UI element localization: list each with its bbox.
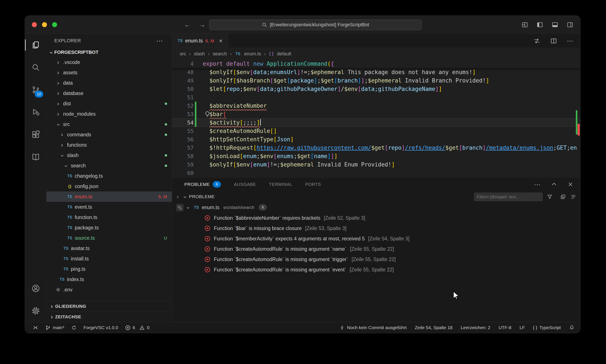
sync-icon[interactable] <box>71 325 77 330</box>
problems-file-group[interactable]: › TS enum.ts src/slash/search 6 <box>172 202 580 213</box>
problems-filter-input[interactable] <box>474 193 543 201</box>
code-line[interactable]: 56 $httpSetContentType[Json] <box>172 135 580 144</box>
project-section-header[interactable]: › FORGESCRIPTBOT <box>47 48 172 57</box>
view-as-table-icon[interactable] <box>570 194 576 200</box>
encoding-item[interactable]: UTF-8 <box>499 325 512 330</box>
code-line[interactable]: 54 $activity[;;;;] <box>172 118 580 127</box>
problem-item[interactable]: Function `$bar` is missing brace closure… <box>172 223 580 234</box>
remote-indicator-icon[interactable] <box>33 325 38 330</box>
breadcrumb-item[interactable]: default <box>277 51 291 57</box>
problem-item[interactable]: Function `$abbreviateNumber` requires br… <box>172 213 580 223</box>
tree-file-index.ts[interactable]: TSindex.ts <box>47 274 172 285</box>
code-line[interactable]: 48 $onlyIf[$env[data;enumsUrl]!=;$epheme… <box>172 68 580 77</box>
code-line[interactable]: 59 $onlyIf[$env[enum]!=;$ephemeral Inval… <box>172 160 580 169</box>
tree-folder-functions[interactable]: ›functions <box>47 140 172 150</box>
close-panel-icon[interactable] <box>567 181 574 188</box>
activity-item-extensions[interactable] <box>25 123 46 146</box>
tree-file-avatar.ts[interactable]: TSavatar.ts <box>47 243 172 254</box>
code-line[interactable]: 50 $let[repo;$env[data;githubPackageOwne… <box>172 85 580 93</box>
filter-icon[interactable] <box>547 194 553 200</box>
minimize-window-button[interactable] <box>42 22 47 27</box>
breadcrumb-item[interactable]: slash <box>194 51 205 57</box>
more-actions-icon[interactable]: ⋯ <box>534 181 541 188</box>
maximize-panel-icon[interactable] <box>551 181 557 188</box>
bell-icon[interactable] <box>569 325 575 330</box>
tree-folder-.vscode[interactable]: ›.vscode <box>47 57 172 67</box>
problems-status-item[interactable]: 6 0 <box>125 325 149 330</box>
extension-version-item[interactable]: ForgeVSC v1.0.0 <box>84 325 118 330</box>
panel-tab-problems[interactable]: PROBLEME 6 <box>184 181 221 188</box>
toggle-secondary-sidebar-icon[interactable] <box>566 21 574 28</box>
panel-tab-terminal[interactable]: TERMINAL <box>269 182 292 187</box>
tree-folder-dist[interactable]: ›dist <box>47 98 172 109</box>
code-line[interactable]: 51 <box>172 93 580 102</box>
activity-item-run-debug[interactable] <box>25 101 46 123</box>
tree-folder-src[interactable]: ›src <box>47 119 172 130</box>
language-item[interactable]: { } TypeScript <box>533 325 561 330</box>
close-window-button[interactable] <box>32 22 37 27</box>
tree-file-source.ts[interactable]: TSsource.tsU <box>47 233 172 243</box>
toggle-primary-sidebar-icon[interactable] <box>536 21 544 28</box>
panel-tab-output[interactable]: AUSGABE <box>234 182 256 187</box>
activity-item-search[interactable] <box>25 56 46 79</box>
tree-file-function.ts[interactable]: TSfunction.ts <box>47 212 172 222</box>
code-line[interactable]: 52 $abbreviateNumber <box>172 102 580 110</box>
tab-enum-ts[interactable]: TS enum.ts 6, M × <box>172 34 228 48</box>
problem-item[interactable]: Function `$createAutomodRule` is missing… <box>172 244 580 254</box>
tree-file-changelog.ts[interactable]: TSchangelog.ts <box>47 171 172 181</box>
tree-folder-assets[interactable]: ›assets <box>47 67 172 78</box>
tree-file-event.ts[interactable]: TSevent.ts <box>47 202 172 212</box>
problem-item[interactable]: Function `$createAutomodRule` is missing… <box>172 254 580 264</box>
code-line[interactable]: 55 $createAutomodRule[] <box>172 127 580 135</box>
code-line[interactable]: 57 $!httpRequest[https://raw.githubuserc… <box>172 144 580 152</box>
tree-folder-slash[interactable]: ›slash <box>47 150 172 160</box>
tree-file-enum.ts[interactable]: TSenum.ts6, M <box>47 192 172 202</box>
tree-folder-database[interactable]: ›database <box>47 88 172 98</box>
breadcrumb-item[interactable]: src <box>180 51 186 57</box>
branch-status-item[interactable]: main* <box>45 325 64 330</box>
command-center[interactable]: [Erweiterungsentwicklungshost] ForgeScri… <box>209 19 422 30</box>
layout-grid-icon[interactable] <box>521 21 529 28</box>
section-timeline[interactable]: › ZEITACHSE <box>47 312 172 322</box>
chevron-right-icon[interactable]: › <box>177 194 179 200</box>
eol-item[interactable]: LF <box>519 325 525 330</box>
collapse-all-icon[interactable] <box>560 194 566 200</box>
code-line[interactable]: 60 <box>172 169 580 177</box>
more-actions-icon[interactable]: ⋯ <box>567 37 574 45</box>
zoom-window-button[interactable] <box>52 22 57 27</box>
chevron-down-icon[interactable]: › <box>182 194 188 200</box>
problem-item[interactable]: Function `$createAutomodRule` is missing… <box>172 264 580 275</box>
lightbulb-icon[interactable] <box>204 111 211 117</box>
tree-folder-commands[interactable]: ›commands <box>47 130 172 140</box>
code-editor[interactable]: 4export default new ApplicationCommand({… <box>172 60 580 177</box>
tree-file-ping.ts[interactable]: TSping.ts <box>47 264 172 274</box>
breadcrumb-item[interactable]: enum.ts <box>244 51 261 57</box>
cursor-position-item[interactable]: Zeile 54, Spalte 18 <box>415 325 452 330</box>
back-button[interactable]: ← <box>184 21 191 29</box>
problem-item[interactable]: Function `$memberActivity` expects 4 arg… <box>172 234 580 244</box>
breadcrumb-item[interactable]: search <box>213 51 227 57</box>
activity-item-settings[interactable] <box>25 299 46 322</box>
tree-folder-data[interactable]: ›data <box>47 78 172 88</box>
tree-file-package.ts[interactable]: TSpackage.ts <box>47 222 172 233</box>
sticky-line[interactable]: 4export default new ApplicationCommand({ <box>172 60 580 68</box>
section-outline[interactable]: › GLIEDERUNG <box>47 301 172 312</box>
tree-file-config.json[interactable]: {}config.json <box>47 181 172 192</box>
toggle-panel-icon[interactable] <box>551 21 559 28</box>
panel-rail-icon[interactable] <box>176 204 184 211</box>
close-tab-icon[interactable]: × <box>219 38 222 44</box>
open-changes-icon[interactable] <box>533 37 541 45</box>
tree-file-.env[interactable]: .env <box>47 285 172 295</box>
panel-tab-ports[interactable]: PORTS <box>305 182 321 187</box>
activity-item-docs[interactable] <box>25 146 46 168</box>
code-line[interactable]: 49 $onlyIf[$hasBranch[$get[package];$get… <box>172 77 580 85</box>
tree-file-install.ts[interactable]: TSinstall.ts <box>47 254 172 264</box>
overview-ruler[interactable] <box>575 60 580 177</box>
activity-item-source-control[interactable]: 10 <box>25 79 46 101</box>
activity-item-account[interactable] <box>25 277 46 299</box>
activity-item-explorer[interactable] <box>25 34 46 56</box>
commit-status-item[interactable]: Noch kein Commit ausgeführt <box>339 325 407 330</box>
indentation-item[interactable]: Leerzeichen: 2 <box>461 325 490 330</box>
forward-button[interactable]: → <box>199 21 206 29</box>
code-line[interactable]: 58 $jsonLoad[enum;$env[enums;$get[name]]… <box>172 152 580 160</box>
